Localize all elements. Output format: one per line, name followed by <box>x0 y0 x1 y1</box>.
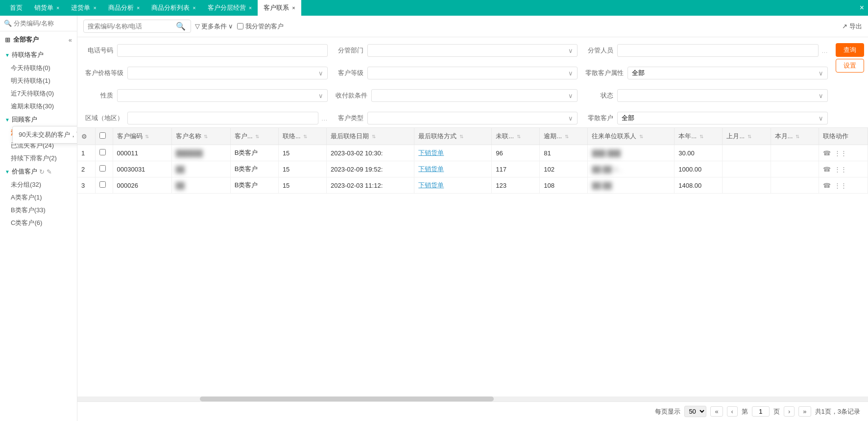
sort-icon-type[interactable]: ⇅ <box>255 134 259 139</box>
row-check-2[interactable] <box>99 181 106 188</box>
sort-icon-last-month[interactable]: ⇅ <box>747 134 751 139</box>
page-input[interactable] <box>752 406 770 417</box>
nav-tab-analysis[interactable]: 商品分析 × <box>102 0 145 16</box>
nav-tab-customer-contact[interactable]: 客户联系 × <box>258 0 301 16</box>
last-page-button[interactable]: » <box>798 406 811 417</box>
nav-tab-analysis-close[interactable]: × <box>137 5 140 11</box>
sidebar-item-class-c[interactable]: C类客户(6) <box>0 217 77 229</box>
nav-tab-sales-close[interactable]: × <box>56 5 59 11</box>
select-all-checkbox[interactable] <box>99 132 106 139</box>
sidebar-item-churned[interactable]: 已流失客户(24) <box>0 139 77 152</box>
settings-button[interactable]: 设置 <box>836 59 864 73</box>
sort-icon-overdue[interactable]: ⇅ <box>565 134 569 139</box>
row-checkbox[interactable] <box>95 161 113 177</box>
sidebar-all-customers[interactable]: ⊞ 全部客户 « <box>0 31 77 48</box>
prev-page-button[interactable]: ‹ <box>727 406 738 417</box>
nav-tab-purchase-close[interactable]: × <box>93 5 96 11</box>
action-phone-icon[interactable]: ☎ <box>823 149 831 157</box>
row-actions[interactable]: ☎ ⋮⋮ <box>819 145 868 161</box>
edit-icon[interactable]: ✎ <box>47 168 52 175</box>
customer-level-select[interactable]: ∨ <box>367 67 578 79</box>
next-page-button[interactable]: › <box>784 406 795 417</box>
nav-tab-home[interactable]: 首页 <box>4 0 28 16</box>
first-page-button[interactable]: « <box>710 406 723 417</box>
action-phone-icon[interactable]: ☎ <box>823 166 831 173</box>
phone-input[interactable] <box>117 44 328 57</box>
nature-select[interactable]: ∨ <box>117 89 328 102</box>
action-more-icon[interactable]: ⋮⋮ <box>834 149 847 157</box>
action-more-icon[interactable]: ⋮⋮ <box>834 182 847 189</box>
status-select[interactable]: ∨ <box>617 89 828 102</box>
scroll-thumb[interactable] <box>200 396 494 401</box>
area-more-icon[interactable]: … <box>321 115 328 122</box>
refresh-icon[interactable]: ↻ <box>39 168 45 175</box>
row-checkbox[interactable] <box>95 145 113 161</box>
nav-tab-purchase[interactable]: 进货单 × <box>65 0 102 16</box>
row-last-method[interactable]: 下销货单 <box>414 177 492 194</box>
sidebar-search-input[interactable] <box>14 20 77 27</box>
more-conditions-button[interactable]: ▽ 更多条件 ∨ <box>195 22 233 31</box>
search-box[interactable]: 🔍 <box>83 20 191 33</box>
nav-tab-customer-layer[interactable]: 客户分层经营 × <box>202 0 258 16</box>
zero-customer-select[interactable]: 全部 ∨ <box>617 112 828 124</box>
sidebar-group-pending[interactable]: ▼ 待联络客户 <box>0 48 77 62</box>
row-actions[interactable]: ☎ ⋮⋮ <box>819 161 868 177</box>
sidebar-item-declining[interactable]: 持续下滑客户(2) <box>0 152 77 165</box>
nav-tab-customer-layer-close[interactable]: × <box>249 5 252 11</box>
sidebar-item-today[interactable]: 今天待联络(0) <box>0 62 77 74</box>
manager-input[interactable] <box>617 44 819 57</box>
per-page-select[interactable]: 50 <box>684 406 706 417</box>
collapse-icon[interactable]: « <box>69 36 72 44</box>
sort-icon-lastdate[interactable]: ⇅ <box>372 134 376 139</box>
sort-icon-code[interactable]: ⇅ <box>145 134 149 139</box>
table-settings-icon[interactable]: ⚙ <box>81 133 87 140</box>
sort-icon-this-year[interactable]: ⇅ <box>699 134 703 139</box>
row-last-method[interactable]: 下销货单 <box>414 145 492 161</box>
sidebar-item-ungrouped[interactable]: 未分组(32) <box>0 178 77 191</box>
manager-more-icon[interactable]: … <box>821 47 828 54</box>
action-phone-icon[interactable]: ☎ <box>823 182 831 189</box>
row-last-method[interactable]: 下销货单 <box>414 161 492 177</box>
query-button[interactable]: 查询 <box>836 43 864 57</box>
sidebar-group-review[interactable]: ▼ 回顾客户 <box>0 113 77 126</box>
sort-icon-this-month[interactable]: ⇅ <box>796 134 799 139</box>
sidebar-item-class-b[interactable]: B类客户(33) <box>0 204 77 217</box>
sort-icon-unlisted[interactable]: ⇅ <box>517 134 521 139</box>
sort-icon-name[interactable]: ⇅ <box>204 134 208 139</box>
sidebar-item-churn-warning[interactable]: 流失预警客户(3) <box>0 126 77 139</box>
sort-icon-contact-person[interactable]: ⇅ <box>639 134 643 139</box>
search-input[interactable] <box>88 23 175 30</box>
nav-tab-sales[interactable]: 销货单 × <box>28 0 65 16</box>
col-this-month: 本月... ⇅ <box>771 128 819 145</box>
my-customers-check[interactable] <box>237 23 243 29</box>
customer-type-select[interactable]: ∨ <box>367 112 578 124</box>
action-more-icon[interactable]: ⋮⋮ <box>834 166 847 173</box>
col-checkbox[interactable] <box>95 128 113 145</box>
row-check-1[interactable] <box>99 165 106 172</box>
my-customers-checkbox[interactable]: 我分管的客户 <box>237 22 284 31</box>
price-level-select[interactable]: ∨ <box>127 67 328 79</box>
export-button[interactable]: ↗ 导出 <box>842 22 862 31</box>
row-checkbox[interactable] <box>95 177 113 194</box>
nav-tab-customer-contact-close[interactable]: × <box>292 5 295 11</box>
payment-select[interactable]: ∨ <box>371 89 578 102</box>
nav-tab-analysis-list-close[interactable]: × <box>193 5 195 11</box>
sidebar-item-overdue-contact[interactable]: 逾期未联络(30) <box>0 100 77 113</box>
sort-icon-contact[interactable]: ⇅ <box>303 134 307 139</box>
close-all-button[interactable]: × <box>860 3 864 12</box>
sort-icon-lastmethod[interactable]: ⇅ <box>459 134 463 139</box>
nav-tab-analysis-list[interactable]: 商品分析列表 × <box>145 0 201 16</box>
horizontal-scrollbar[interactable] <box>77 396 868 401</box>
nav-tab-purchase-label: 进货单 <box>71 3 90 12</box>
dept-select[interactable]: ∨ <box>367 44 578 57</box>
row-check-0[interactable] <box>99 149 106 155</box>
sidebar-item-7days[interactable]: 近7天待联络(0) <box>0 87 77 100</box>
zero-attr-select[interactable]: 全部 ∨ <box>627 67 828 79</box>
col-settings[interactable]: ⚙ <box>77 128 95 145</box>
row-actions[interactable]: ☎ ⋮⋮ <box>819 177 868 194</box>
search-button[interactable]: 🔍 <box>175 22 187 31</box>
sidebar-group-value[interactable]: ▼ 价值客户 ↻ ✎ <box>0 165 77 178</box>
sidebar-item-tomorrow[interactable]: 明天待联络(1) <box>0 74 77 87</box>
sidebar-item-class-a[interactable]: A类客户(1) <box>0 191 77 204</box>
area-input[interactable] <box>127 112 318 124</box>
